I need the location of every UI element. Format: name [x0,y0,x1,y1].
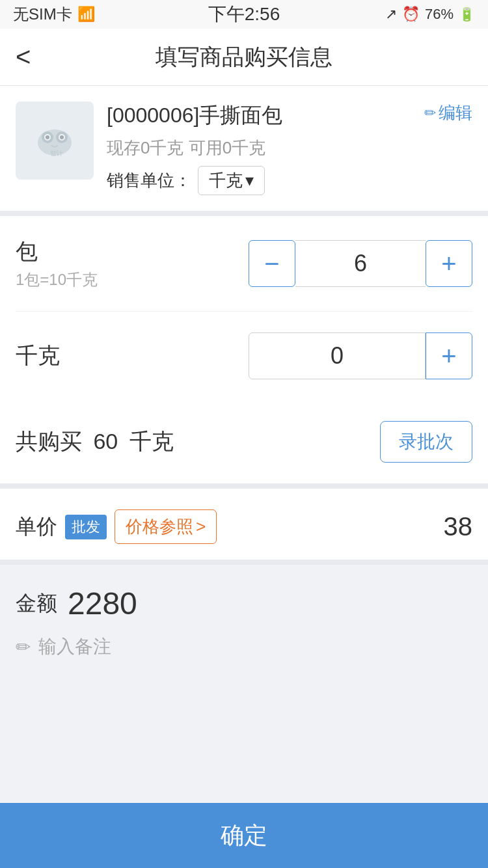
amount-row: 金额 2280 [16,586,472,621]
batch-button[interactable]: 录批次 [380,421,472,463]
alarm-icon: ⏰ [402,6,420,23]
unit-label: 销售单位： [107,169,191,192]
battery-icon: 🔋 [459,7,475,22]
edit-button[interactable]: ✏ 编辑 [424,102,472,124]
battery-text: 76% [425,6,454,23]
bag-quantity-input[interactable] [295,240,426,287]
nav-bar: < 填写商品购买信息 [0,29,488,86]
carrier-text: 无SIM卡 [13,4,72,25]
kg-increment-button[interactable]: + [426,332,472,379]
price-badge: 批发 [65,515,107,539]
location-icon: ↗ [385,6,397,23]
unit-select[interactable]: 千克 ▾ [198,166,265,195]
edit-icon: ✏ [424,105,436,122]
remark-icon: ✏ [16,636,31,658]
price-value: 38 [444,512,473,541]
svg-point-6 [60,135,64,139]
kg-quantity-input[interactable] [249,332,426,379]
bag-quantity-row: 包 1包=10千克 − + [16,216,472,312]
bag-section: 包 1包=10千克 − + 千克 + [0,216,488,400]
product-unit: 销售单位： 千克 ▾ [107,166,472,195]
bag-quantity-control: − + [249,240,472,287]
svg-point-5 [46,135,49,139]
svg-text:智计: 智计 [50,150,63,157]
remark-row[interactable]: ✏ 输入备注 [16,634,472,659]
time-display: 下午2:56 [208,2,280,27]
back-button[interactable]: < [16,42,31,72]
price-ref-button[interactable]: 价格参照 > [115,509,217,544]
product-stock: 现存0千克 可用0千克 [107,137,472,159]
confirm-button[interactable]: 确定 [0,803,488,868]
status-bar: 无SIM卡 📶 下午2:56 ↗ ⏰ 76% 🔋 [0,0,488,29]
kg-quantity-control: + [249,332,472,379]
wifi-icon: 📶 [77,6,95,23]
amount-label: 金额 [16,590,57,618]
product-info: [0000006]手撕面包 现存0千克 可用0千克 销售单位： 千克 ▾ [107,102,472,195]
page-title: 填写商品购买信息 [156,42,332,72]
price-section: 单价 批发 价格参照 > 38 [0,489,488,565]
remark-label: 输入备注 [38,634,111,659]
product-name: [0000006]手撕面包 [107,102,472,130]
price-row: 单价 批发 价格参照 > 38 [16,509,472,544]
product-card: 智计 [0000006]手撕面包 现存0千克 可用0千克 销售单位： 千克 ▾ … [0,86,488,216]
kg-quantity-row: 千克 + [16,312,472,400]
bag-increment-button[interactable]: + [426,240,472,287]
total-row: 共购买 60 千克 录批次 [0,400,488,489]
bag-label: 包 1包=10千克 [16,237,98,290]
amount-section: 金额 2280 ✏ 输入备注 [0,565,488,675]
amount-value: 2280 [68,586,137,621]
total-text: 共购买 60 千克 [16,427,174,457]
product-image: 智计 [16,102,94,180]
price-label: 单价 批发 价格参照 > [16,509,217,544]
price-ref-arrow: > [196,517,206,537]
bag-decrement-button[interactable]: − [249,240,295,287]
kg-label: 千克 [16,341,60,371]
